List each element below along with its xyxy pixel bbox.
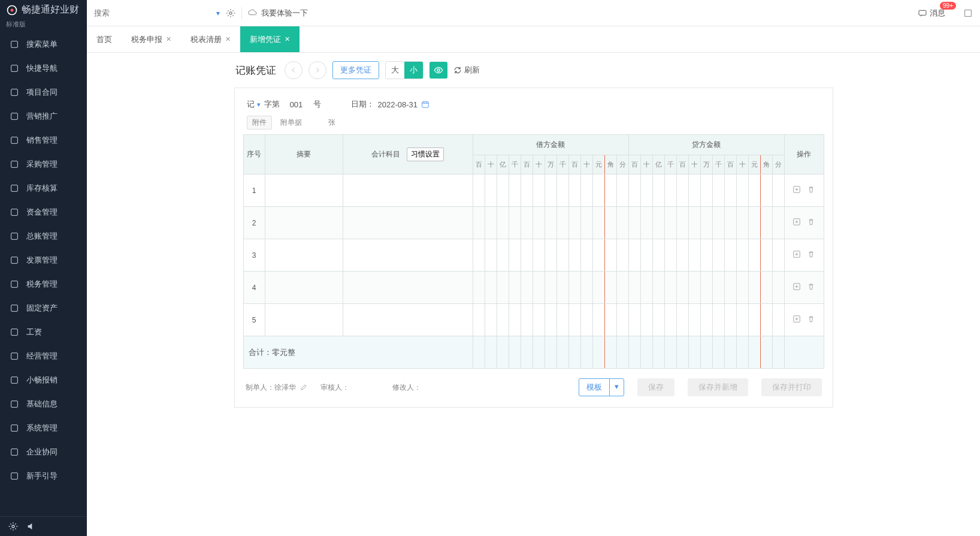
delete-row-icon[interactable] [807, 185, 815, 194]
amount-cell[interactable] [473, 304, 485, 336]
amount-cell[interactable] [748, 304, 760, 336]
summary-cell[interactable] [265, 207, 343, 239]
more-voucher-button[interactable]: 更多凭证 [332, 61, 379, 79]
amount-cell[interactable] [509, 239, 521, 272]
amount-cell[interactable] [676, 239, 688, 272]
amount-cell[interactable] [652, 239, 664, 272]
amount-cell[interactable] [700, 272, 712, 304]
chevron-down-icon[interactable]: ▾ [216, 9, 220, 17]
amount-cell[interactable] [664, 174, 676, 207]
amount-cell[interactable] [700, 304, 712, 336]
summary-cell[interactable] [265, 239, 343, 272]
amount-cell[interactable] [497, 174, 509, 207]
sidebar-item-2[interactable]: 项目合同 [0, 80, 87, 104]
sidebar-item-16[interactable]: 系统管理 [0, 416, 87, 440]
sidebar-item-5[interactable]: 采购管理 [0, 152, 87, 176]
amount-cell[interactable] [545, 304, 556, 336]
add-row-icon[interactable] [793, 315, 801, 323]
amount-cell[interactable] [604, 239, 616, 272]
amount-cell[interactable] [604, 174, 616, 207]
amount-cell[interactable] [736, 272, 748, 304]
amount-cell[interactable] [545, 174, 556, 207]
delete-row-icon[interactable] [807, 282, 815, 291]
sidebar-item-11[interactable]: 固定资产 [0, 296, 87, 320]
amount-cell[interactable] [688, 272, 700, 304]
amount-cell[interactable] [592, 174, 604, 207]
amount-cell[interactable] [533, 207, 545, 239]
amount-cell[interactable] [652, 272, 664, 304]
amount-cell[interactable] [545, 272, 556, 304]
amount-cell[interactable] [724, 207, 736, 239]
amount-cell[interactable] [616, 239, 628, 272]
amount-cell[interactable] [616, 207, 628, 239]
amount-cell[interactable] [604, 207, 616, 239]
sidebar-item-13[interactable]: 经营管理 [0, 344, 87, 368]
amount-cell[interactable] [556, 304, 568, 336]
subject-cell[interactable] [343, 207, 473, 239]
amount-cell[interactable] [760, 239, 772, 272]
amount-cell[interactable] [533, 239, 545, 272]
amount-cell[interactable] [568, 174, 580, 207]
calendar-icon[interactable] [421, 100, 429, 109]
amount-cell[interactable] [712, 272, 724, 304]
summary-cell[interactable] [265, 272, 343, 304]
amount-cell[interactable] [748, 272, 760, 304]
amount-cell[interactable] [628, 207, 640, 239]
amount-cell[interactable] [688, 207, 700, 239]
subject-cell[interactable] [343, 239, 473, 272]
refresh-button[interactable]: 刷新 [453, 65, 480, 76]
amount-cell[interactable] [485, 174, 497, 207]
subject-cell[interactable] [343, 174, 473, 207]
subject-cell[interactable] [343, 272, 473, 304]
sidebar-item-4[interactable]: 销售管理 [0, 128, 87, 152]
amount-cell[interactable] [700, 174, 712, 207]
amount-cell[interactable] [664, 272, 676, 304]
close-icon[interactable]: ✕ [225, 35, 231, 43]
amount-cell[interactable] [485, 272, 497, 304]
amount-cell[interactable] [533, 272, 545, 304]
subject-cell[interactable] [343, 304, 473, 336]
sidebar-item-18[interactable]: 新手引导 [0, 464, 87, 488]
amount-cell[interactable] [545, 239, 556, 272]
amount-cell[interactable] [652, 174, 664, 207]
amount-cell[interactable] [521, 304, 533, 336]
amount-cell[interactable] [497, 207, 509, 239]
tab-1[interactable]: 税务申报✕ [122, 26, 181, 52]
amount-cell[interactable] [509, 272, 521, 304]
amount-cell[interactable] [748, 174, 760, 207]
amount-cell[interactable] [485, 207, 497, 239]
size-small-button[interactable]: 小 [404, 62, 423, 79]
amount-cell[interactable] [628, 272, 640, 304]
sidebar-item-15[interactable]: 基础信息 [0, 392, 87, 416]
sidebar-item-17[interactable]: 企业协同 [0, 440, 87, 464]
amount-cell[interactable] [640, 272, 652, 304]
add-row-icon[interactable] [793, 250, 801, 258]
amount-cell[interactable] [521, 272, 533, 304]
amount-cell[interactable] [736, 174, 748, 207]
amount-cell[interactable] [473, 207, 485, 239]
amount-cell[interactable] [676, 272, 688, 304]
tab-0[interactable]: 首页 [87, 26, 122, 52]
save-print-button[interactable]: 保存并打印 [761, 378, 822, 396]
amount-cell[interactable] [616, 174, 628, 207]
size-large-button[interactable]: 大 [386, 62, 404, 79]
amount-cell[interactable] [688, 304, 700, 336]
summary-cell[interactable] [265, 174, 343, 207]
sound-icon[interactable] [26, 522, 36, 531]
amount-cell[interactable] [628, 304, 640, 336]
amount-cell[interactable] [772, 239, 784, 272]
amount-cell[interactable] [521, 207, 533, 239]
amount-cell[interactable] [580, 272, 592, 304]
voucher-date[interactable]: 2022-08-31 [378, 100, 418, 109]
amount-cell[interactable] [748, 207, 760, 239]
sidebar-item-9[interactable]: 发票管理 [0, 248, 87, 272]
amount-cell[interactable] [580, 239, 592, 272]
next-button[interactable] [308, 61, 326, 79]
amount-cell[interactable] [640, 304, 652, 336]
voucher-type-select[interactable]: 记 ▾ [247, 99, 261, 110]
habit-settings-button[interactable]: 习惯设置 [407, 147, 444, 161]
delete-row-icon[interactable] [807, 315, 815, 323]
search-box[interactable]: ▾ [94, 8, 220, 17]
amount-cell[interactable] [592, 207, 604, 239]
amount-cell[interactable] [568, 272, 580, 304]
